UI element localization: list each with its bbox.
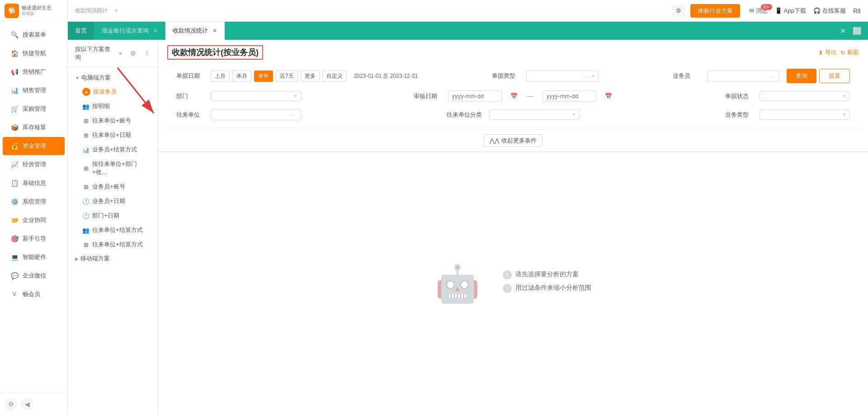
app-download-button[interactable]: 📱 App下载 bbox=[775, 7, 806, 15]
filter-row-2: 部门 ▾ 审核日期 📅 — 📅 单据状态 bbox=[176, 87, 850, 105]
scheme-by-salesman[interactable]: ● 按业务员 bbox=[68, 85, 158, 99]
scheme-settings-button[interactable]: ⚙ bbox=[128, 48, 138, 58]
scheme-partner-dept[interactable]: ⊞ 按往来单位+部门+收... bbox=[68, 157, 158, 179]
add-scheme-button[interactable]: + bbox=[115, 48, 125, 58]
sidebar-item-finance[interactable]: 💰 资金管理 bbox=[3, 137, 65, 155]
message-button[interactable]: ✉ 消息 99+ bbox=[749, 7, 768, 15]
salesman-select[interactable]: ··· bbox=[707, 71, 779, 82]
sidebar-item-purchase[interactable]: 🛒 采购管理 bbox=[3, 100, 65, 118]
tab-collection-close[interactable]: ✕ bbox=[212, 28, 217, 34]
sidebar-item-quicknav[interactable]: 🏠 快捷导航 bbox=[3, 44, 65, 62]
empty-content: 🤖 1 请先选择要分析的方案 2 用过滤条件来缩小分析范围 bbox=[435, 263, 591, 305]
collapse-panel-button[interactable]: 《 bbox=[141, 48, 151, 58]
chevron-down-icon: ▾ bbox=[115, 7, 118, 14]
collapse-sidebar-button[interactable]: ◀ bbox=[21, 398, 33, 410]
tab-bank[interactable]: 现金银行流水查询 ✕ bbox=[94, 22, 165, 40]
marketing-icon: 📢 bbox=[10, 67, 19, 76]
sidebar-item-hardware[interactable]: 💻 智能硬件 bbox=[3, 248, 65, 266]
mobile-scheme-section[interactable]: ▶ 移动端方案 bbox=[68, 252, 158, 265]
scheme-partner-settlement2[interactable]: ⊞ 往来单位+结算方式 bbox=[68, 237, 158, 252]
date-7days-btn[interactable]: 近7天 bbox=[276, 71, 298, 82]
sidebar-item-inventory[interactable]: 📦 库存核算 bbox=[3, 118, 65, 137]
settings-bottom-button[interactable]: ⚙ bbox=[5, 398, 17, 410]
date-custom-btn[interactable]: 自定义 bbox=[322, 71, 347, 82]
detail-icon: 👥 bbox=[82, 103, 90, 110]
refresh-label: 刷新 bbox=[847, 48, 859, 57]
scheme-salesman-settlement[interactable]: 📊 业务员+结算方式 bbox=[68, 142, 158, 157]
topbar-breadcrumb: 收款情况统计 bbox=[75, 7, 108, 14]
topbar-gear-button[interactable]: ⚙ bbox=[672, 5, 685, 17]
partner-category-select[interactable]: ▾ bbox=[489, 109, 580, 120]
scheme-label: 业务员+结算方式 bbox=[92, 146, 137, 154]
partner-select[interactable]: ··· bbox=[211, 109, 301, 120]
sidebar-item-basic[interactable]: 📋 基础信息 bbox=[3, 174, 65, 192]
sidebar-item-sales[interactable]: 📊 销售管理 bbox=[3, 81, 65, 99]
date-this-year-btn[interactable]: 本年 bbox=[254, 71, 273, 82]
chevron-down-icon: ▾ bbox=[294, 93, 297, 99]
scheme-panel: 按以下方案查询 + ⚙ 《 ▼ 电脑端方案 ● 按业务员 👥 按 bbox=[68, 40, 158, 415]
desktop-scheme-section[interactable]: ▼ 电脑端方案 bbox=[68, 71, 158, 85]
scheme-salesman-account[interactable]: ⊞ 业务员+账号 bbox=[68, 179, 158, 194]
scheme-label: 往来单位+结算方式 bbox=[92, 226, 143, 234]
scheme-partner-date[interactable]: ⊞ 往来单位+日期 bbox=[68, 128, 158, 142]
scheme-label: 业务员+日期 bbox=[92, 197, 125, 205]
date-this-month-btn[interactable]: 本月 bbox=[232, 71, 251, 82]
desktop-scheme-label: 电脑端方案 bbox=[81, 74, 111, 82]
sidebar-item-label: 库存核算 bbox=[23, 123, 46, 132]
dept-label: 部门 bbox=[176, 92, 203, 100]
page-title-row: 收款情况统计(按业务员) ⬆ 导出 ↻ 刷新 bbox=[167, 45, 859, 60]
biz-type-select[interactable]: ▾ bbox=[760, 109, 850, 120]
empty-robot-illustration: 🤖 bbox=[435, 263, 480, 305]
salesman-dots: ··· bbox=[769, 73, 774, 80]
sidebar-item-business[interactable]: 📈 经营管理 bbox=[3, 156, 65, 174]
scheme-partner-account[interactable]: ⊞ 往来单位+账号 bbox=[68, 113, 158, 128]
scheme-salesman-date[interactable]: 🕐 业务员+日期 bbox=[68, 194, 158, 208]
export-button[interactable]: ⬆ 导出 bbox=[818, 48, 837, 57]
collapse-filter-button[interactable]: ⋀⋀ 收起更多条件 bbox=[484, 134, 542, 147]
scheme-partner-settlement1[interactable]: 👥 往来单位+结算方式 bbox=[68, 223, 158, 237]
tab-home[interactable]: 首页 bbox=[68, 22, 94, 40]
sidebar-item-search[interactable]: 🔍 搜索菜单 bbox=[3, 26, 65, 44]
review-date-to-input[interactable] bbox=[542, 90, 597, 102]
sidebar-item-label: 新手引导 bbox=[23, 235, 46, 243]
sidebar-item-system[interactable]: ⚙️ 系统管理 bbox=[3, 193, 65, 211]
refresh-button[interactable]: ↻ 刷新 bbox=[840, 48, 859, 57]
tip-number-2: 2 bbox=[503, 284, 512, 293]
close-window-button[interactable]: ✕ bbox=[837, 25, 848, 36]
setting-button[interactable]: 设置 bbox=[819, 69, 850, 83]
tab-collection[interactable]: 收款情况统计 ✕ bbox=[165, 22, 225, 40]
online-service-button[interactable]: 🎧 在线客服 bbox=[813, 7, 846, 15]
doc-type-select[interactable]: ··· ▾ bbox=[526, 71, 599, 82]
app-label: App下载 bbox=[784, 7, 806, 15]
sidebar-item-member[interactable]: V 畅会员 bbox=[3, 285, 65, 303]
scheme-by-detail[interactable]: 👥 按明细 bbox=[68, 99, 158, 113]
scheme-dept-date[interactable]: 🕐 部门+日期 bbox=[68, 208, 158, 223]
collapse-filter-bar[interactable]: ⋀⋀ 收起更多条件 bbox=[167, 129, 859, 151]
tip-text-1: 请先选择要分析的方案 bbox=[515, 270, 579, 278]
scheme-label: 按往来单位+部门+收... bbox=[92, 160, 151, 176]
query-button[interactable]: 查询 bbox=[787, 69, 816, 83]
dept-select[interactable]: ▾ bbox=[211, 91, 301, 101]
sidebar-item-enterprise[interactable]: 🤝 企业协同 bbox=[3, 211, 65, 229]
tab-bar: 首页 现金银行流水查询 ✕ 收款情况统计 ✕ ✕ ⬜ bbox=[68, 22, 868, 40]
sidebar-item-label: 快捷导航 bbox=[23, 49, 46, 57]
review-date-from-input[interactable] bbox=[448, 90, 502, 102]
sidebar-item-wechat[interactable]: 💬 企业微信 bbox=[3, 267, 65, 285]
finance-icon: 💰 bbox=[10, 141, 19, 151]
doc-status-label: 单据状态 bbox=[725, 92, 752, 100]
maximize-window-button[interactable]: ⬜ bbox=[852, 25, 863, 36]
tab-collection-label: 收款情况统计 bbox=[173, 27, 208, 35]
doc-status-select[interactable]: ▾ bbox=[760, 91, 850, 101]
date-more-btn[interactable]: 更多 bbox=[301, 71, 320, 82]
tab-bank-close[interactable]: ✕ bbox=[153, 28, 158, 34]
expand-arrow-icon: ▶ bbox=[75, 256, 79, 261]
sidebar-item-marketing[interactable]: 📢 营销推广 bbox=[3, 63, 65, 81]
filter-row-1: 单据日期 上月 本月 本年 近7天 更多 自定义 2023-01-01 至 20… bbox=[176, 65, 850, 87]
active-scheme-indicator: ● bbox=[82, 88, 90, 96]
date-prev-month-btn[interactable]: 上月 bbox=[211, 71, 230, 82]
trial-button[interactable]: 体验行业方案 bbox=[690, 4, 740, 18]
empty-tip-1: 1 请先选择要分析的方案 bbox=[503, 270, 591, 279]
scheme-tree: ▼ 电脑端方案 ● 按业务员 👥 按明细 ⊞ 往来单位+账号 ⊞ 往来单位 bbox=[68, 67, 158, 269]
sidebar-item-guide[interactable]: 🎯 新手引导 bbox=[3, 230, 65, 248]
sales-icon: 📊 bbox=[10, 86, 19, 95]
